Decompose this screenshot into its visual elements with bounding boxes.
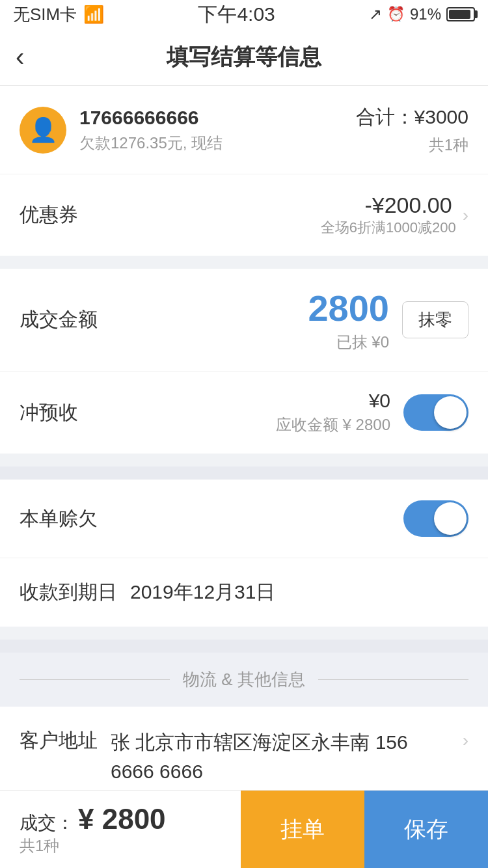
- logistics-line-left: [20, 679, 170, 680]
- avatar-icon: 👤: [29, 116, 58, 144]
- prereceive-label: 冲预收: [20, 400, 78, 426]
- coupon-description: 全场6折满1000减200: [321, 218, 456, 237]
- prereceive-toggle[interactable]: [403, 394, 468, 431]
- amount-value: 2800: [308, 287, 389, 329]
- amount-row: 成交金额 2800 已抹 ¥0 抹零: [0, 269, 488, 372]
- debt-section: 本单赊欠 收款到期日 2019年12月31日: [0, 480, 488, 627]
- logistics-title: 物流 & 其他信息: [170, 668, 318, 691]
- logistics-line-right: [318, 679, 468, 680]
- toggle-thumb: [434, 396, 467, 429]
- alarm-icon: ⏰: [387, 6, 405, 23]
- coupon-label: 优惠券: [20, 202, 78, 228]
- footer-amount: ¥ 2800: [78, 803, 166, 835]
- divider-2: [0, 640, 488, 653]
- total-count: 共1种: [356, 135, 468, 156]
- status-right: ↗ ⏰ 91%: [369, 5, 475, 23]
- amount-section: 成交金额 2800 已抹 ¥0 抹零 冲预收 ¥0 应收金额 ¥ 2800: [0, 269, 488, 454]
- amount-label: 成交金额: [20, 306, 98, 333]
- status-time: 下午4:03: [198, 1, 275, 28]
- footer-count: 共1种: [20, 835, 221, 856]
- footer: 成交： ¥ 2800 共1种 挂单 保存: [0, 790, 488, 868]
- customer-phone: 17666666666: [79, 107, 356, 129]
- coupon-right: -¥200.00 全场6折满1000减200 ›: [321, 193, 468, 237]
- due-date-row: 收款到期日 2019年12月31日: [0, 558, 488, 627]
- coupon-text-wrap: -¥200.00 全场6折满1000减200: [321, 193, 456, 237]
- customer-total: 合计：¥3000 共1种: [356, 104, 468, 156]
- status-bar: 无SIM卡 📶 下午4:03 ↗ ⏰ 91%: [0, 0, 488, 29]
- back-button[interactable]: ‹: [16, 42, 24, 72]
- debt-label: 本单赊欠: [20, 506, 98, 532]
- prereceive-sub: 应收金额 ¥ 2800: [276, 414, 390, 435]
- debt-toggle-thumb: [434, 502, 467, 535]
- carrier-text: 无SIM卡: [13, 3, 77, 26]
- round-zero-button[interactable]: 抹零: [402, 301, 468, 338]
- avatar: 👤: [20, 107, 66, 154]
- address-value: 张 北京市市辖区海淀区永丰南 156 6666 6666: [111, 727, 456, 786]
- coupon-chevron-icon: ›: [463, 205, 468, 226]
- hang-button[interactable]: 挂单: [241, 791, 364, 869]
- logistics-header: 物流 & 其他信息: [0, 653, 488, 707]
- coupon-row[interactable]: 优惠券 -¥200.00 全场6折满1000减200 ›: [0, 174, 488, 256]
- address-chevron-icon: ›: [463, 727, 468, 751]
- amount-right: 2800 已抹 ¥0 抹零: [308, 287, 468, 353]
- prereceive-row: 冲预收 ¥0 应收金额 ¥ 2800: [0, 372, 488, 454]
- debt-toggle[interactable]: [403, 500, 468, 537]
- customer-debt: 欠款1276.35元, 现结: [79, 133, 356, 154]
- address-label: 客户地址: [20, 727, 98, 754]
- footer-transaction-label: 成交：: [20, 811, 74, 835]
- total-amount: 合计：¥3000: [356, 104, 468, 131]
- customer-info: 17666666666 欠款1276.35元, 现结: [79, 107, 356, 154]
- due-date-value: 2019年12月31日: [130, 579, 275, 606]
- due-date-label: 收款到期日: [20, 579, 117, 606]
- footer-info: 成交： ¥ 2800 共1种: [0, 803, 241, 856]
- prereceive-right: ¥0 应收金额 ¥ 2800: [276, 390, 468, 435]
- coupon-discount: -¥200.00: [364, 193, 452, 217]
- amount-value-wrap: 2800 已抹 ¥0: [308, 287, 389, 353]
- amount-sub: 已抹 ¥0: [308, 332, 389, 353]
- battery-icon: [446, 7, 475, 21]
- wifi-icon: 📶: [83, 5, 104, 25]
- debt-row: 本单赊欠: [0, 480, 488, 558]
- customer-row: 👤 17666666666 欠款1276.35元, 现结 合计：¥3000 共1…: [0, 86, 488, 174]
- divider-1: [0, 467, 488, 480]
- save-button[interactable]: 保存: [364, 791, 488, 869]
- battery-percent: 91%: [410, 5, 441, 23]
- customer-section: 👤 17666666666 欠款1276.35元, 现结 合计：¥3000 共1…: [0, 86, 488, 256]
- page-title: 填写结算等信息: [167, 42, 321, 72]
- status-left: 无SIM卡 📶: [13, 3, 104, 26]
- prereceive-amounts: ¥0 应收金额 ¥ 2800: [276, 390, 390, 435]
- location-icon: ↗: [369, 5, 382, 23]
- prereceive-amount: ¥0: [276, 390, 390, 412]
- nav-bar: ‹ 填写结算等信息: [0, 29, 488, 86]
